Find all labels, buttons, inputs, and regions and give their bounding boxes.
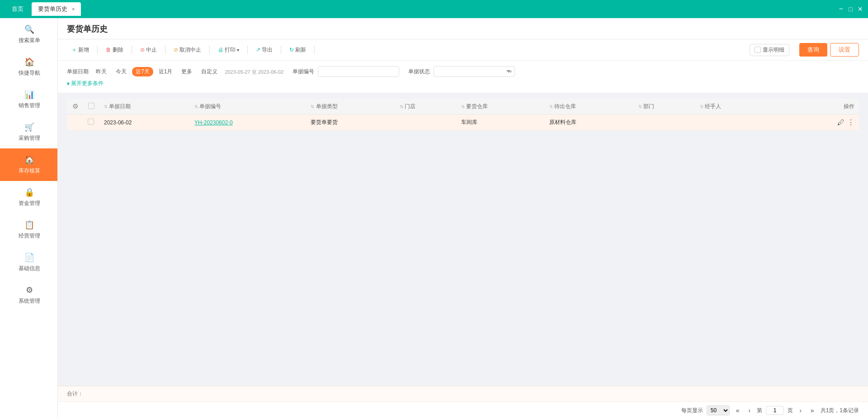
sep2 <box>132 46 132 54</box>
search-menu-icon: 🔍 <box>24 24 34 34</box>
new-button[interactable]: ＋ 新增 <box>67 44 94 56</box>
sidebar-item-operations-mgmt[interactable]: 📋 经营管理 <box>0 214 57 246</box>
capital-icon: 🔒 <box>24 187 34 197</box>
stop-icon: ⊘ <box>140 47 145 53</box>
row-more-button[interactable]: ⋮ <box>847 118 854 127</box>
date-shortcut-7days[interactable]: 近7天 <box>132 67 153 76</box>
col-pending-warehouse: ⇅ 待出仓库 <box>545 99 634 114</box>
new-button-label: 新增 <box>78 46 89 54</box>
col-store: ⇅ 门店 <box>395 99 457 114</box>
sidebar-item-system-mgmt[interactable]: ⚙ 系统管理 <box>0 279 57 311</box>
row-doctype-cell: 要货单要货 <box>306 114 395 131</box>
sidebar-item-basic-info[interactable]: 📄 基础信息 <box>0 246 57 279</box>
sidebar-item-capital-label: 资金管理 <box>19 200 40 207</box>
row-actions: 🖊 ⋮ <box>774 118 854 127</box>
row-checkbox[interactable] <box>88 119 94 125</box>
sidebar-item-sales-mgmt[interactable]: 📊 销售管理 <box>0 83 57 116</box>
sidebar-item-capital-mgmt[interactable]: 🔒 资金管理 <box>0 181 57 214</box>
col-docno-label: 单据编号 <box>199 103 221 110</box>
row-edit-button[interactable]: 🖊 <box>837 118 844 127</box>
tab-home[interactable]: 首页 <box>5 2 30 16</box>
print-button[interactable]: 🖨 打印 ▾ <box>213 44 244 56</box>
status-select[interactable] <box>434 66 515 77</box>
table-body: 2023-06-02 YH-20230602-0 要货单要货 车间库 原材料仓库 <box>67 114 859 131</box>
sort-handler-icon[interactable]: ⇅ <box>700 104 703 109</box>
sidebar-item-quick-nav[interactable]: 🏠 快捷导航 <box>0 51 57 83</box>
query-button[interactable]: 查询 <box>799 43 827 57</box>
sort-dept-icon[interactable]: ⇅ <box>638 104 642 109</box>
row-req-warehouse-cell: 车间库 <box>457 114 545 131</box>
col-handler-label: 经手人 <box>705 103 721 110</box>
tab-purchase-history[interactable]: 要货单历史 × <box>32 2 81 16</box>
col-actions-label: 操作 <box>844 103 854 110</box>
cancel-stop-icon: ⊘ <box>174 47 178 53</box>
filter-area: 单据日期 昨天 今天 近7天 近1月 更多 自定义 2023-05-27 至 2… <box>58 61 868 93</box>
pagination: 每页显示 50 100 200 « ‹ 第 页 › » 共1页，1条记录 <box>58 401 868 419</box>
select-all-checkbox[interactable] <box>88 103 94 109</box>
tab-close-icon[interactable]: × <box>72 6 75 12</box>
next-page-button[interactable]: › <box>797 406 804 415</box>
col-handler: ⇅ 经手人 <box>695 99 770 114</box>
date-shortcut-more[interactable]: 更多 <box>178 67 196 76</box>
col-pending-warehouse-label: 待出仓库 <box>554 103 576 110</box>
sidebar-item-search-menu[interactable]: 🔍 搜索菜单 <box>0 18 57 51</box>
prev-page-button[interactable]: ‹ <box>746 406 754 415</box>
sort-doctype-icon[interactable]: ⇅ <box>311 104 314 109</box>
date-shortcut-today[interactable]: 今天 <box>112 67 130 76</box>
cancel-stop-button[interactable]: ⊘ 取消中止 <box>169 44 206 56</box>
page-header: 要货单历史 <box>58 18 868 39</box>
sort-docno-icon[interactable]: ⇅ <box>194 104 198 109</box>
data-table: ⚙ ⇅ 单据日期 ⇅ 单据编号 <box>67 99 859 131</box>
sidebar-item-inventory[interactable]: 🏠 库存核算 <box>0 148 57 181</box>
date-shortcut-1month[interactable]: 近1月 <box>155 67 176 76</box>
per-page-select[interactable]: 50 100 200 <box>707 405 730 415</box>
export-button[interactable]: ↗ 导出 <box>251 44 277 56</box>
close-icon[interactable]: × <box>858 5 863 14</box>
date-shortcut-custom[interactable]: 自定义 <box>198 67 221 76</box>
row-docno-link[interactable]: YH-20230602-0 <box>194 119 233 126</box>
row-docno-cell: YH-20230602-0 <box>190 114 306 131</box>
date-shortcuts: 昨天 今天 近7天 近1月 更多 自定义 <box>92 67 221 76</box>
table-head: ⚙ ⇅ 单据日期 ⇅ 单据编号 <box>67 99 859 114</box>
delete-button[interactable]: 🗑 删除 <box>101 44 128 56</box>
table-header-row: ⚙ ⇅ 单据日期 ⇅ 单据编号 <box>67 99 859 114</box>
row-check-cell <box>83 114 99 131</box>
sidebar-item-search-label: 搜索菜单 <box>19 37 40 44</box>
expand-more-btn[interactable]: ▾ 展开更多条件 <box>67 80 859 87</box>
expand-more-label: 展开更多条件 <box>71 80 104 87</box>
basic-info-icon: 📄 <box>24 252 34 262</box>
sort-date-icon[interactable]: ⇅ <box>104 104 108 109</box>
sort-store-icon[interactable]: ⇅ <box>400 104 403 109</box>
display-detail-checkbox[interactable] <box>755 47 761 53</box>
maximize-icon[interactable]: □ <box>849 5 852 13</box>
display-detail-toggle[interactable]: 显示明细 <box>750 44 789 56</box>
print-icon: 🖨 <box>218 47 223 53</box>
tab-purchase-history-label: 要货单历史 <box>38 5 67 13</box>
sidebar-item-sales-label: 销售管理 <box>19 102 40 110</box>
sidebar-item-quick-nav-label: 快捷导航 <box>19 69 40 77</box>
sidebar-item-purchase-mgmt[interactable]: 🛒 采购管理 <box>0 116 57 148</box>
sort-req-warehouse-icon[interactable]: ⇅ <box>461 104 465 109</box>
col-settings-icon[interactable]: ⚙ <box>72 102 78 110</box>
page-unit-label: 页 <box>788 407 793 414</box>
col-store-label: 门店 <box>405 103 415 110</box>
sort-pending-warehouse-icon[interactable]: ⇅ <box>549 104 553 109</box>
sep5 <box>247 46 248 54</box>
refresh-button[interactable]: ↻ 刷新 <box>285 44 311 56</box>
minimize-icon[interactable]: − <box>839 5 843 13</box>
print-button-label: 打印 <box>225 46 236 54</box>
system-icon: ⚙ <box>26 285 33 295</box>
date-filter-group: 单据日期 昨天 今天 近7天 近1月 更多 自定义 2023-05-27 至 2… <box>67 67 283 76</box>
date-shortcut-yesterday[interactable]: 昨天 <box>92 67 110 76</box>
page-input[interactable] <box>766 406 784 415</box>
row-pending-warehouse-cell: 原材料仓库 <box>545 114 634 131</box>
stop-button[interactable]: ⊘ 中止 <box>136 44 161 56</box>
row-handler-cell <box>695 114 770 131</box>
sales-icon: 📊 <box>24 90 34 100</box>
docno-input[interactable] <box>318 66 399 77</box>
settings-button[interactable]: 设置 <box>830 43 859 57</box>
last-page-button[interactable]: » <box>808 406 817 415</box>
first-page-button[interactable]: « <box>733 406 742 415</box>
purchase-icon: 🛒 <box>24 122 34 132</box>
row-actions-cell: 🖊 ⋮ <box>770 114 859 131</box>
